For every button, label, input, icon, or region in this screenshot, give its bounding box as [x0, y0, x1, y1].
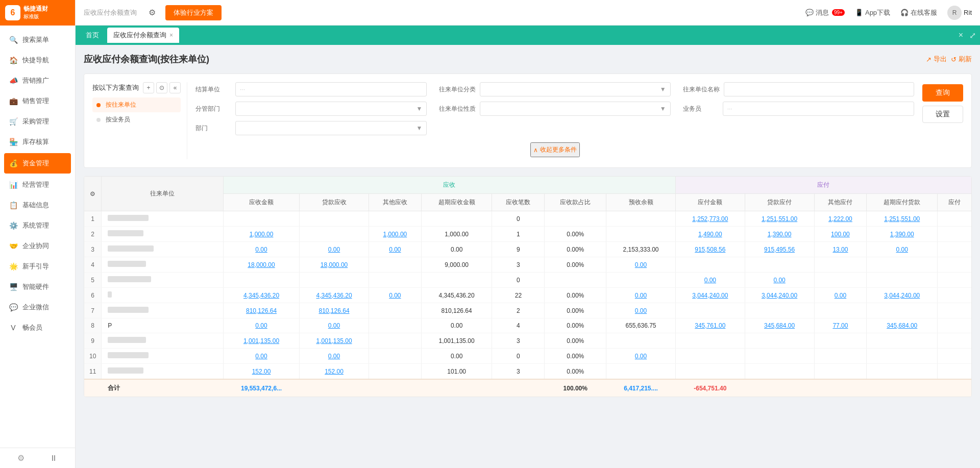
pay-suffix-1 [938, 211, 971, 227]
loan-recv-6[interactable]: 4,345,436.20 [300, 288, 369, 303]
pay-amt-1[interactable]: 1,252,773.00 [675, 211, 745, 227]
other-recv-6[interactable]: 0.00 [369, 288, 421, 303]
scheme-collapse-button[interactable]: « [169, 82, 181, 93]
overdue-pay-6[interactable]: 3,044,240.00 [867, 288, 938, 303]
tab-home[interactable]: 首页 [80, 28, 105, 43]
sidebar-item-search[interactable]: 🔍 搜索菜单 [0, 30, 75, 50]
loan-pay-1[interactable]: 1,251,551.00 [745, 211, 814, 227]
advance-7[interactable]: 0.00 [606, 303, 676, 318]
sidebar-item-system[interactable]: ⚙️ 系统管理 [0, 215, 75, 236]
overdue-pay-8[interactable]: 345,684.00 [867, 318, 938, 333]
overdue-pay-1[interactable]: 1,251,551.00 [867, 211, 938, 227]
other-pay-3[interactable]: 13.00 [814, 242, 867, 257]
pay-amt-2[interactable]: 1,490.00 [675, 227, 745, 242]
loan-recv-4[interactable]: 18,000.00 [300, 257, 369, 273]
collapse-more-button[interactable]: ∧ 收起更多条件 [530, 142, 580, 157]
query-button[interactable]: 查询 [922, 84, 963, 102]
loan-pay-5[interactable]: 0.00 [745, 273, 814, 288]
sidebar-settings-icon[interactable]: ⚙ [17, 453, 24, 463]
section-select[interactable]: ▼ [235, 121, 427, 135]
app-download-item[interactable]: 📱 App下载 [855, 8, 890, 17]
sidebar-item-guide[interactable]: 🌟 新手引导 [0, 256, 75, 277]
table-settings-icon[interactable]: ⚙ [90, 190, 95, 198]
partner-name-input[interactable] [724, 82, 914, 96]
sidebar-item-basic[interactable]: 📋 基础信息 [0, 195, 75, 215]
loan-recv-7[interactable]: 810,126.64 [300, 303, 369, 318]
sidebar-item-finance[interactable]: 💰 资金管理 [4, 153, 71, 174]
loan-recv-9[interactable]: 1,001,135.00 [300, 333, 369, 349]
other-recv-2[interactable]: 1,000.00 [369, 227, 421, 242]
sidebar-item-marketing[interactable]: 📣 营销推广 [0, 70, 75, 91]
loan-pay-3[interactable]: 915,495.56 [745, 242, 814, 257]
recv-amt-9[interactable]: 1,001,135.00 [223, 333, 299, 349]
export-button[interactable]: ↗ 导出 [926, 55, 947, 64]
other-pay-6[interactable]: 0.00 [814, 288, 867, 303]
loan-recv-11[interactable]: 152.00 [300, 364, 369, 380]
other-pay-1[interactable]: 1,222.00 [814, 211, 867, 227]
loan-pay-2[interactable]: 1,390.00 [745, 227, 814, 242]
overdue-pay-2[interactable]: 1,390.00 [867, 227, 938, 242]
other-recv-3[interactable]: 0.00 [369, 242, 421, 257]
refresh-button[interactable]: ↺ 刷新 [951, 55, 972, 64]
recv-amt-7[interactable]: 810,126.64 [223, 303, 299, 318]
table-row: 5 0 0.00 0.00 [84, 273, 971, 288]
recv-amt-2[interactable]: 1,000.00 [223, 227, 299, 242]
scheme-settings-button[interactable]: ⊙ [156, 82, 167, 93]
recv-amt-3[interactable]: 0.00 [223, 242, 299, 257]
sidebar-item-hardware[interactable]: 🖥️ 智能硬件 [0, 277, 75, 297]
other-pay-2[interactable]: 100.00 [814, 227, 867, 242]
recv-amt-6[interactable]: 4,345,436.20 [223, 288, 299, 303]
loan-recv-10[interactable]: 0.00 [300, 349, 369, 364]
recv-amt-4[interactable]: 18,000.00 [223, 257, 299, 273]
pay-amt-5[interactable]: 0.00 [675, 273, 745, 288]
other-pay-8[interactable]: 77.00 [814, 318, 867, 333]
loan-recv-3[interactable]: 0.00 [300, 242, 369, 257]
pay-amt-6[interactable]: 3,044,240.00 [675, 288, 745, 303]
loan-recv-8[interactable]: 0.00 [300, 318, 369, 333]
messages-item[interactable]: 💬 消息 99+ [805, 8, 845, 17]
loan-payable-header: 贷款应付 [745, 194, 814, 211]
pay-amt-3[interactable]: 915,508.56 [675, 242, 745, 257]
sidebar-item-wechat[interactable]: 💬 企业微信 [0, 297, 75, 317]
tab-balance-query[interactable]: 应收应付余额查询 × [107, 28, 179, 43]
scheme-by-salesman[interactable]: 按业务员 [92, 112, 181, 127]
sidebar-item-member[interactable]: V 畅会员 [0, 317, 75, 338]
scheme-by-partner[interactable]: 按往来单位 [92, 97, 181, 112]
add-scheme-button[interactable]: + [143, 82, 154, 93]
recv-amt-8[interactable]: 0.00 [223, 318, 299, 333]
window-close-icon[interactable]: × [959, 31, 963, 40]
loan-pay-6[interactable]: 3,044,240.00 [745, 288, 814, 303]
pay-amt-7 [675, 303, 745, 318]
promo-button[interactable]: 体验行业方案 [165, 5, 222, 20]
sidebar-collapse-icon[interactable]: ⏸ [50, 454, 58, 463]
advance-10[interactable]: 0.00 [606, 349, 676, 364]
footer-recv-total[interactable]: 19,553,472,6... [223, 379, 299, 397]
receivable-ratio-header: 应收款占比 [545, 194, 606, 211]
sidebar-item-quicknav[interactable]: 🏠 快捷导航 [0, 50, 75, 70]
sidebar-item-purchase[interactable]: 🛒 采购管理 [0, 111, 75, 132]
sidebar-item-operation[interactable]: 📊 经营管理 [0, 175, 75, 195]
recv-amt-11[interactable]: 152.00 [223, 364, 299, 380]
topbar-gear-icon[interactable]: ⚙ [145, 6, 159, 20]
loan-pay-8[interactable]: 345,684.00 [745, 318, 814, 333]
sidebar-item-collab[interactable]: 🤝 企业协同 [0, 236, 75, 256]
sidebar-item-sales[interactable]: 💼 销售管理 [0, 91, 75, 111]
overdue-pay-3[interactable]: 0.00 [867, 242, 938, 257]
user-profile[interactable]: R Rit [947, 6, 972, 20]
advance-4[interactable]: 0.00 [606, 257, 676, 273]
footer-advance[interactable]: 6,417,215.... [606, 379, 676, 397]
dept-select[interactable]: ▼ [235, 102, 427, 116]
sidebar-item-inventory[interactable]: 🏪 库存核算 [0, 132, 75, 152]
recv-amt-10[interactable]: 0.00 [223, 349, 299, 364]
online-service-item[interactable]: 🎧 在线客服 [900, 8, 937, 17]
tab-close-icon[interactable]: × [169, 32, 173, 39]
table-row: 3 0.00 0.00 0.00 0.00 9 0.00% 2,153,333.… [84, 242, 971, 257]
pay-amt-8[interactable]: 345,761.00 [675, 318, 745, 333]
window-maximize-icon[interactable]: ⤢ [969, 31, 976, 40]
partner-type-select[interactable]: ▼ [480, 82, 670, 96]
advance-6[interactable]: 0.00 [606, 288, 676, 303]
overdue-recv-6: 4,345,436.20 [421, 288, 492, 303]
partner-nature-select[interactable]: ▼ [480, 102, 670, 116]
recv-count-1: 0 [492, 211, 545, 227]
settings-button[interactable]: 设置 [922, 106, 963, 123]
